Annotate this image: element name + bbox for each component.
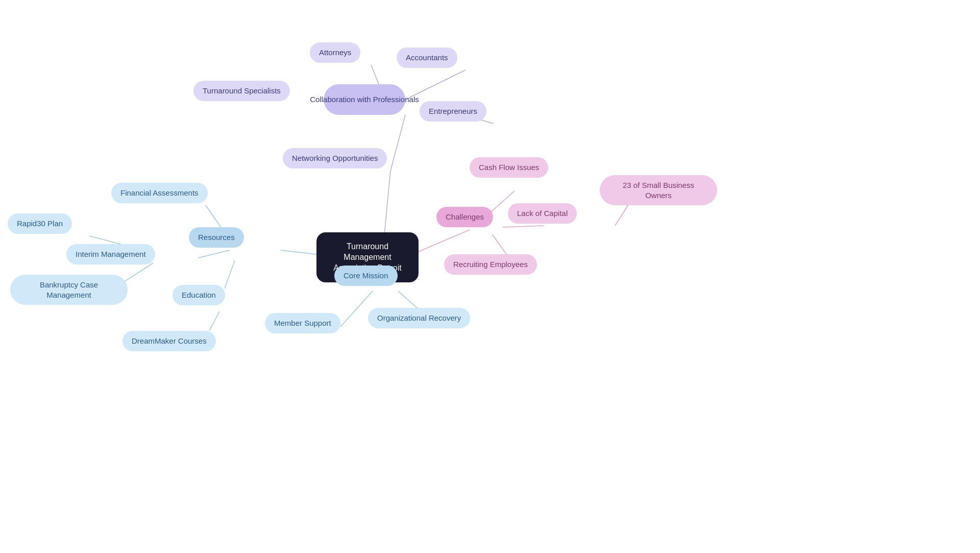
svg-line-14 [340, 291, 373, 327]
node-turnaround-specialists[interactable]: Turnaround Specialists [193, 81, 290, 101]
node-entrepreneurs[interactable]: Entrepreneurs [420, 101, 486, 122]
svg-line-18 [503, 226, 544, 227]
node-challenges[interactable]: Challenges [436, 207, 493, 227]
svg-line-12 [209, 311, 219, 331]
node-networking[interactable]: Networking Opportunities [283, 148, 387, 169]
node-org-recovery[interactable]: Organizational Recovery [368, 308, 470, 328]
node-core-mission[interactable]: Core Mission [334, 266, 398, 286]
node-education[interactable]: Education [173, 285, 225, 305]
node-cash-flow[interactable]: Cash Flow Issues [470, 157, 548, 178]
node-lack-capital[interactable]: Lack of Capital [508, 203, 577, 224]
svg-line-1 [390, 115, 405, 171]
svg-line-11 [225, 260, 235, 288]
node-recruiting[interactable]: Recruiting Employees [444, 254, 537, 275]
node-attorneys[interactable]: Attorneys [310, 42, 360, 63]
node-small-business[interactable]: 23 of Small Business Owners [600, 175, 717, 205]
node-collaboration[interactable]: Collaboration with Professionals [324, 84, 405, 115]
node-rapid30[interactable]: Rapid30 Plan [8, 213, 72, 234]
node-bankruptcy[interactable]: Bankruptcy Case Management [10, 275, 128, 305]
node-member-support[interactable]: Member Support [265, 313, 340, 333]
node-dreammaker[interactable]: DreamMaker Courses [122, 331, 216, 351]
node-financial-assessments[interactable]: Financial Assessments [111, 183, 208, 203]
node-interim-management[interactable]: Interim Management [66, 244, 155, 265]
node-accountants[interactable]: Accountants [397, 47, 457, 68]
node-resources[interactable]: Resources [189, 227, 244, 248]
svg-line-8 [198, 250, 230, 258]
